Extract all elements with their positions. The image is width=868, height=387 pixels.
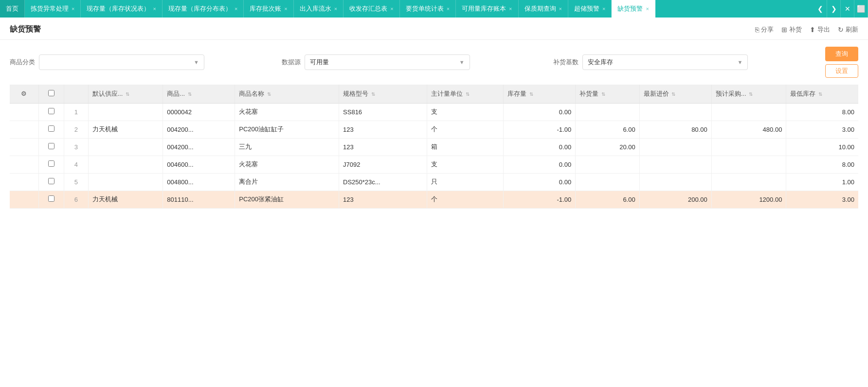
row-check-cell <box>38 103 64 121</box>
tab-inout-flow[interactable]: 出入库流水 × <box>294 0 344 18</box>
close-tab-expiry-query[interactable]: × <box>559 6 562 12</box>
row-product-code-cell: 801110... <box>163 191 235 208</box>
col-spec[interactable]: 规格型号 ⇅ <box>339 85 427 103</box>
row-restock-qty-cell <box>576 103 640 121</box>
row-restock-qty-cell: 6.00 <box>576 121 640 138</box>
row-checkbox[interactable] <box>48 178 54 184</box>
row-checkbox[interactable] <box>48 160 54 167</box>
row-checkbox[interactable] <box>48 143 54 149</box>
tab-bar: 首页 拣货异常处理 × 现存量（库存状况表） × 现存量（库存分布表） × 库存… <box>0 0 868 18</box>
row-est-purchase-cell <box>711 156 786 173</box>
row-stock-qty-cell: 0.00 <box>504 156 576 173</box>
col-unit[interactable]: 主计量单位 ⇅ <box>427 85 503 103</box>
table-header-row: ⚙ 默认供应... ⇅ 商品... ⇅ 商品名称 <box>10 85 858 103</box>
close-tab-abnormal[interactable]: × <box>72 6 74 12</box>
tab-next-btn[interactable]: ❯ <box>827 0 841 18</box>
category-label: 商品分类 <box>10 58 35 67</box>
col-restock-qty[interactable]: 补货量 ⇅ <box>576 85 640 103</box>
est-purchase-sort-icon: ⇅ <box>749 91 753 97</box>
row-latest-price-cell: 80.00 <box>639 121 711 138</box>
tab-order-stat[interactable]: 要货单统计表 × <box>400 0 456 18</box>
row-min-stock-cell: 8.00 <box>786 156 858 173</box>
row-supplier-cell <box>88 156 163 173</box>
tab-batch-account[interactable]: 库存批次账 × <box>244 0 293 18</box>
tab-inventory-status[interactable]: 现存量（库存状况表） × <box>81 0 162 18</box>
category-select[interactable]: ▼ <box>39 54 204 70</box>
header-actions: ⎘ 分享 ⊞ 补货 ⬆ 导出 ↻ 刷新 <box>755 25 858 34</box>
close-tab-inventory-status[interactable]: × <box>153 6 156 12</box>
row-unit-cell: 只 <box>427 173 503 191</box>
datasource-arrow-icon: ▼ <box>459 59 465 65</box>
close-tab-order-stat[interactable]: × <box>447 6 450 12</box>
unit-sort-icon: ⇅ <box>466 91 470 97</box>
row-unit-cell: 支 <box>427 156 503 173</box>
restock-base-value: 安全库存 <box>588 58 613 67</box>
tab-prev-btn[interactable]: ❮ <box>814 0 827 18</box>
row-check-cell <box>38 173 64 191</box>
row-num-cell: 6 <box>64 191 88 208</box>
close-tab-receive-summary[interactable]: × <box>390 6 393 12</box>
row-spec-cell: J7092 <box>339 156 427 173</box>
product-code-sort-icon: ⇅ <box>188 91 192 97</box>
share-icon: ⎘ <box>755 26 759 34</box>
row-spec-cell: 123 <box>339 121 427 138</box>
restock-base-filter-group: 补货基数 安全库存 ▼ <box>553 54 815 70</box>
col-latest-price[interactable]: 最新进价 ⇅ <box>639 85 711 103</box>
table-row: 4004600...火花塞J7092支0.008.00 <box>10 156 858 173</box>
close-tab-shortage[interactable]: × <box>646 6 649 12</box>
close-tab-available-ledger[interactable]: × <box>509 6 512 12</box>
row-supplier-cell <box>88 173 163 191</box>
refresh-btn[interactable]: ↻ 刷新 <box>838 25 858 34</box>
row-checkbox[interactable] <box>48 195 54 202</box>
close-tab-inventory-dist[interactable]: × <box>235 6 237 12</box>
tab-abnormal[interactable]: 拣货异常处理 × <box>25 0 81 18</box>
row-min-stock-cell: 3.00 <box>786 191 858 208</box>
row-gear-cell <box>10 173 38 191</box>
row-spec-cell: 123 <box>339 191 427 208</box>
restock-btn[interactable]: ⊞ 补货 <box>781 25 802 34</box>
tab-home[interactable]: 首页 <box>0 0 25 18</box>
tab-available-ledger[interactable]: 可用量库存账本 × <box>456 0 518 18</box>
tab-shortage[interactable]: 缺货预警 × <box>612 0 655 18</box>
min-stock-sort-icon: ⇅ <box>818 91 822 97</box>
col-check[interactable] <box>38 85 64 103</box>
col-product-code[interactable]: 商品... ⇅ <box>163 85 235 103</box>
row-unit-cell: 支 <box>427 103 503 121</box>
row-product-name-cell: 火花塞 <box>235 156 339 173</box>
restock-base-select[interactable]: 安全库存 ▼ <box>582 54 748 70</box>
row-checkbox[interactable] <box>48 125 54 132</box>
row-unit-cell: 个 <box>427 121 503 138</box>
row-check-cell <box>38 121 64 138</box>
share-btn[interactable]: ⎘ 分享 <box>755 25 774 34</box>
gear-icon: ⚙ <box>21 90 27 97</box>
row-checkbox[interactable] <box>48 108 54 114</box>
col-stock-qty[interactable]: 库存量 ⇅ <box>504 85 576 103</box>
row-stock-qty-cell: 0.00 <box>504 173 576 191</box>
select-all-checkbox[interactable] <box>48 90 54 96</box>
datasource-select[interactable]: 可用量 ▼ <box>305 54 470 70</box>
row-gear-cell <box>10 138 38 156</box>
tab-close-all-btn[interactable]: ✕ <box>841 0 854 18</box>
row-supplier-cell: 力天机械 <box>88 191 163 208</box>
tab-inventory-dist[interactable]: 现存量（库存分布表） × <box>163 0 244 18</box>
tab-overstock[interactable]: 超储预警 × <box>568 0 612 18</box>
col-min-stock[interactable]: 最低库存 ⇅ <box>786 85 858 103</box>
close-tab-overstock[interactable]: × <box>602 6 605 12</box>
filter-row: 商品分类 ▼ 数据源 可用量 ▼ 补货基数 安全库存 ▼ 查询 设置 <box>0 40 868 85</box>
close-tab-batch-account[interactable]: × <box>284 6 287 12</box>
tab-receive-summary[interactable]: 收发存汇总表 × <box>344 0 399 18</box>
close-tab-inout-flow[interactable]: × <box>334 6 337 12</box>
tab-maximize-btn[interactable]: ⬜ <box>854 0 868 18</box>
col-gear[interactable]: ⚙ <box>10 85 38 103</box>
tab-expiry-query[interactable]: 保质期查询 × <box>519 0 568 18</box>
col-est-purchase[interactable]: 预计采购... ⇅ <box>711 85 786 103</box>
row-check-cell <box>38 138 64 156</box>
query-button[interactable]: 查询 <box>825 47 858 61</box>
row-latest-price-cell <box>639 138 711 156</box>
col-supplier[interactable]: 默认供应... ⇅ <box>88 85 163 103</box>
row-spec-cell: DS250*23c... <box>339 173 427 191</box>
row-supplier-cell <box>88 138 163 156</box>
col-product-name[interactable]: 商品名称 ⇅ <box>235 85 339 103</box>
settings-button[interactable]: 设置 <box>825 64 858 78</box>
export-btn[interactable]: ⬆ 导出 <box>810 25 830 34</box>
